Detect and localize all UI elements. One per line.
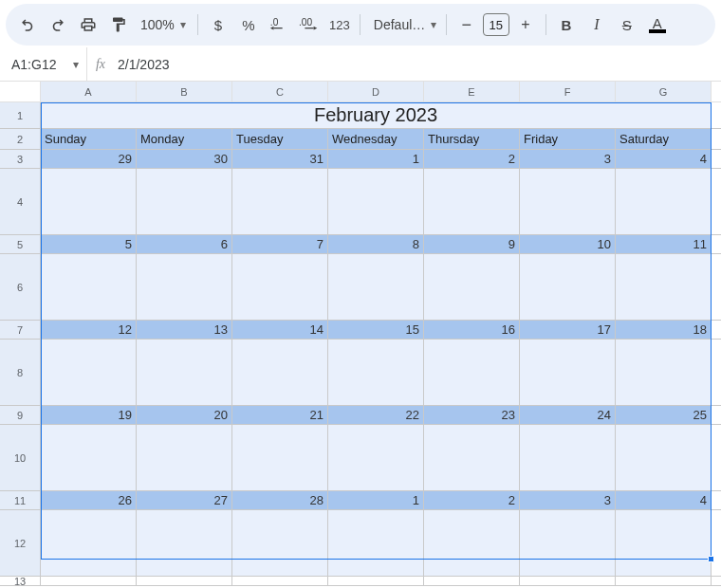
row-header[interactable]: 3 <box>0 150 41 168</box>
body-cell[interactable] <box>520 510 616 576</box>
date-cell[interactable]: 2 <box>424 150 520 168</box>
currency-button[interactable]: $ <box>204 10 232 39</box>
body-cell[interactable] <box>232 577 328 585</box>
formula-input[interactable]: 2/1/2023 <box>114 57 721 72</box>
decrease-decimal-button[interactable]: .0 <box>265 10 293 39</box>
date-cell[interactable]: 18 <box>616 321 712 339</box>
body-cell[interactable] <box>616 340 712 405</box>
body-cell[interactable] <box>328 340 424 405</box>
body-cell[interactable] <box>424 340 520 405</box>
col-header[interactable]: B <box>137 82 232 101</box>
date-cell[interactable]: 29 <box>41 150 137 168</box>
row-header[interactable]: 10 <box>0 425 41 490</box>
row-header[interactable]: 13 <box>0 577 41 585</box>
day-header[interactable]: Saturday <box>616 129 712 149</box>
date-cell[interactable]: 4 <box>616 491 712 509</box>
col-header[interactable]: F <box>520 82 616 101</box>
select-all-corner[interactable] <box>0 82 41 101</box>
body-cell[interactable] <box>41 169 137 234</box>
name-box[interactable]: A1:G12 ▾ <box>0 47 87 81</box>
undo-button[interactable] <box>13 10 42 39</box>
body-cell[interactable] <box>41 510 137 576</box>
body-cell[interactable] <box>232 169 328 234</box>
body-cell[interactable] <box>137 510 232 576</box>
date-cell[interactable]: 9 <box>424 235 520 253</box>
col-header[interactable]: E <box>424 82 520 101</box>
date-cell[interactable]: 17 <box>520 321 616 339</box>
number-format-button[interactable]: 123 <box>325 10 354 39</box>
body-cell[interactable] <box>41 254 137 320</box>
body-cell[interactable] <box>616 577 712 585</box>
body-cell[interactable] <box>328 577 424 585</box>
date-cell[interactable]: 11 <box>616 235 712 253</box>
body-cell[interactable] <box>232 510 328 576</box>
spreadsheet-grid[interactable]: A B C D E F G 1 February 2023 2 Sunday M… <box>0 82 721 586</box>
row-header[interactable]: 1 <box>0 102 41 128</box>
body-cell[interactable] <box>424 254 520 320</box>
date-cell[interactable]: 20 <box>137 406 232 424</box>
date-cell[interactable]: 2 <box>424 491 520 509</box>
body-cell[interactable] <box>520 254 616 320</box>
date-cell[interactable]: 22 <box>328 406 424 424</box>
redo-button[interactable] <box>44 10 72 39</box>
date-cell[interactable]: 19 <box>41 406 137 424</box>
body-cell[interactable] <box>137 340 232 405</box>
body-cell[interactable] <box>520 169 616 234</box>
date-cell[interactable]: 24 <box>520 406 616 424</box>
body-cell[interactable] <box>520 425 616 490</box>
zoom-dropdown[interactable]: 100% ▾ <box>135 17 192 32</box>
body-cell[interactable] <box>137 425 232 490</box>
date-cell[interactable]: 30 <box>137 150 232 168</box>
italic-button[interactable]: I <box>582 10 611 39</box>
day-header[interactable]: Thursday <box>424 129 520 149</box>
percent-button[interactable]: % <box>234 10 263 39</box>
bold-button[interactable]: B <box>552 10 581 39</box>
body-cell[interactable] <box>520 577 616 585</box>
body-cell[interactable] <box>137 169 232 234</box>
row-header[interactable]: 7 <box>0 321 41 339</box>
font-family-dropdown[interactable]: Defaul… ▾ <box>366 10 440 39</box>
date-cell[interactable]: 26 <box>41 491 137 509</box>
date-cell[interactable]: 14 <box>232 321 328 339</box>
date-cell[interactable]: 1 <box>328 491 424 509</box>
print-button[interactable] <box>74 10 102 39</box>
col-header[interactable]: D <box>328 82 424 101</box>
body-cell[interactable] <box>41 340 137 405</box>
font-size-input[interactable]: 15 <box>483 13 509 36</box>
row-header[interactable]: 4 <box>0 169 41 234</box>
date-cell[interactable]: 13 <box>137 321 232 339</box>
row-header[interactable]: 9 <box>0 406 41 424</box>
row-header[interactable]: 5 <box>0 235 41 253</box>
date-cell[interactable]: 6 <box>137 235 232 253</box>
date-cell[interactable]: 1 <box>328 150 424 168</box>
body-cell[interactable] <box>328 169 424 234</box>
day-header[interactable]: Sunday <box>41 129 137 149</box>
increase-decimal-button[interactable]: .00 <box>295 10 324 39</box>
col-header[interactable]: C <box>232 82 328 101</box>
body-cell[interactable] <box>616 425 712 490</box>
body-cell[interactable] <box>328 510 424 576</box>
date-cell[interactable]: 28 <box>232 491 328 509</box>
date-cell[interactable]: 25 <box>616 406 712 424</box>
body-cell[interactable] <box>520 340 616 405</box>
body-cell[interactable] <box>232 425 328 490</box>
date-cell[interactable]: 5 <box>41 235 137 253</box>
date-cell[interactable]: 31 <box>232 150 328 168</box>
paint-format-button[interactable] <box>104 10 133 39</box>
date-cell[interactable]: 23 <box>424 406 520 424</box>
text-color-button[interactable]: A <box>643 10 672 39</box>
row-header[interactable]: 8 <box>0 340 41 405</box>
col-header[interactable]: G <box>616 82 712 101</box>
body-cell[interactable] <box>424 169 520 234</box>
increase-font-button[interactable]: + <box>511 10 540 39</box>
body-cell[interactable] <box>41 577 137 585</box>
row-header[interactable]: 12 <box>0 510 41 576</box>
selection-handle[interactable] <box>708 556 714 562</box>
date-cell[interactable]: 4 <box>616 150 712 168</box>
calendar-title[interactable]: February 2023 <box>41 102 712 128</box>
body-cell[interactable] <box>616 169 712 234</box>
date-cell[interactable]: 12 <box>41 321 137 339</box>
body-cell[interactable] <box>424 577 520 585</box>
strikethrough-button[interactable]: S <box>613 10 641 39</box>
day-header[interactable]: Friday <box>520 129 616 149</box>
